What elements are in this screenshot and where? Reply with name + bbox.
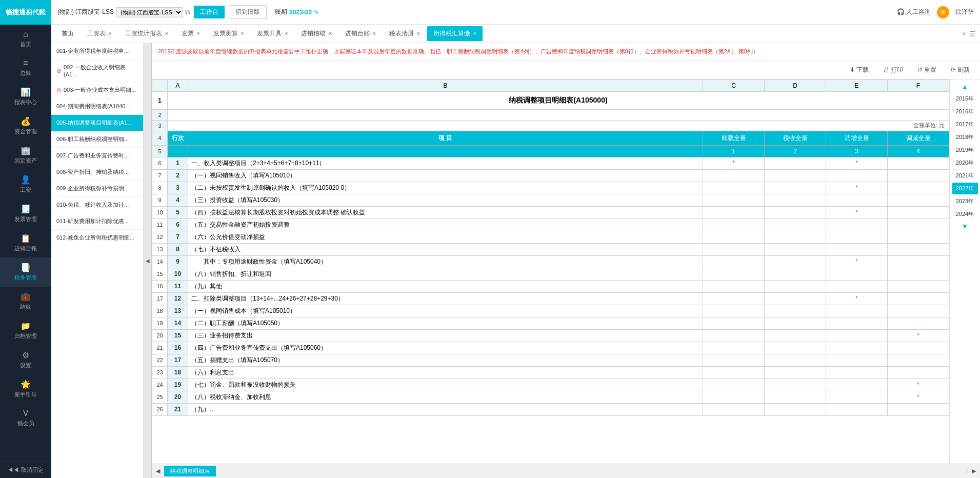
sidebar-item-archive[interactable]: 📁 归档管理 xyxy=(0,316,51,345)
print-button[interactable]: 🖨 打印 xyxy=(879,64,907,76)
spreadsheet-container[interactable]: A B C D E F 1 纳税调整项目明细表(A105000) xyxy=(152,79,949,464)
sidebar-item-assets[interactable]: 🏢 固定资产 xyxy=(0,141,51,170)
company-dropdown[interactable]: (物副) 江西股宝-LSS xyxy=(116,7,183,17)
reset-button[interactable]: ↺ 重置 xyxy=(913,64,941,76)
left-item-012[interactable]: 012-减免企业所得税优惠明细... xyxy=(51,230,143,246)
period-display: 账期 2023-02 ✎ xyxy=(275,8,319,16)
left-item-001[interactable]: 001-企业所得税年度纳税申... xyxy=(51,43,143,59)
tab-check-close[interactable]: × xyxy=(329,31,332,36)
pin-icon: ◀◀ xyxy=(8,467,19,473)
company-selector: (物副) 江西股宝-LSS (物副) 江西股宝-LSS ⧉ xyxy=(57,7,190,17)
assets-icon: 🏢 xyxy=(21,146,31,155)
sidebar-item-ledger[interactable]: ≡ 总账 xyxy=(0,53,51,82)
sidebar-item-close[interactable]: 💼 结账 xyxy=(0,287,51,316)
tab-home[interactable]: 首页 xyxy=(55,26,80,41)
headset-icon: 🎧 xyxy=(897,8,905,15)
bottom-bar: ◀ 纳税调整明细表 ⋮ ▶ xyxy=(152,464,980,478)
tab-invoice-close[interactable]: × xyxy=(197,31,200,36)
sidebar-item-finance[interactable]: 💰 资金管理 xyxy=(0,111,51,141)
year-item-2021[interactable]: 2021年 xyxy=(952,170,978,182)
left-panel: 001-企业所得税年度纳税申... ⊘ 002-一般企业收入明细表(A1... … xyxy=(51,43,144,478)
old-version-button[interactable]: 切到旧版 xyxy=(229,5,267,19)
period-label: 账期 xyxy=(275,8,287,16)
tab-ledger[interactable]: 进销台账 × xyxy=(339,26,382,41)
collapse-icon: ◀ xyxy=(146,258,150,264)
tab-menu[interactable]: ☰ xyxy=(969,30,976,38)
table-unit-row: 3 全额单位: 元 xyxy=(152,120,949,131)
left-item-011[interactable]: 011-研发费用加计扣除优惠... xyxy=(51,213,143,230)
tab-ledger-close[interactable]: × xyxy=(373,31,376,36)
refresh-button[interactable]: ⟳ 刷新 xyxy=(947,64,974,76)
year-item-2023[interactable]: 2023年 xyxy=(952,195,978,207)
left-item-002[interactable]: ⊘ 002-一般企业收入明细表(A1... xyxy=(51,59,143,82)
tab-close-all[interactable]: × xyxy=(962,30,966,38)
left-item-004[interactable]: 004-期间费用明细表(A1040... xyxy=(51,98,143,115)
table-row: 8 3 （二）未按权责发生制原则确认的收入（填写A105020 0） * xyxy=(152,182,949,194)
ledger-icon: ≡ xyxy=(23,58,28,68)
table-row: 13 8 （七）不征税收入 xyxy=(152,243,949,255)
table-row: 11 6 （五）交易性金融资产初始投资调整 xyxy=(152,218,949,231)
sidebar-item-sales[interactable]: 📋 进销台账 xyxy=(0,228,51,257)
year-nav-down[interactable]: ▼ xyxy=(961,221,970,231)
warn-icon-003: ⊘ xyxy=(56,87,62,94)
year-nav-up[interactable]: ▲ xyxy=(961,82,970,92)
tab-income-tax[interactable]: 所得税汇算缴 × xyxy=(427,26,483,41)
left-item-009[interactable]: 009-企业所得税弥补亏损明... xyxy=(51,181,143,197)
year-item-2020[interactable]: 2020年 xyxy=(952,157,978,169)
support-link[interactable]: 🎧 人工咨询 xyxy=(897,8,931,16)
sidebar-item-salary[interactable]: 👤 工资 xyxy=(0,170,51,199)
year-item-2017[interactable]: 2017年 xyxy=(952,118,978,130)
table-row: 21 16 （四）广告费和业务宣传费支出（填写A105060） xyxy=(152,342,949,354)
left-item-005[interactable]: 005-纳税调整项目明细表(A1... xyxy=(51,115,143,131)
tab-invoice-open[interactable]: 发票开具 × xyxy=(251,26,294,41)
year-item-2024[interactable]: 2024年 xyxy=(952,208,978,220)
tab-salary[interactable]: 工资表 × xyxy=(81,26,118,41)
salary-icon: 👤 xyxy=(21,175,31,185)
tab-income-tax-close[interactable]: × xyxy=(473,31,476,36)
tab-salary-report-label: 工资统计报表 xyxy=(125,29,162,38)
download-button[interactable]: ⬇ 下载 xyxy=(846,64,873,76)
sidebar-item-invoice[interactable]: 🧾 发票管理 xyxy=(0,199,51,228)
tab-tax-table[interactable]: 税表清册 × xyxy=(383,26,426,41)
tab-check-label: 进销稽核 xyxy=(301,29,326,38)
period-edit-icon[interactable]: ✎ xyxy=(314,9,319,16)
scroll-left-icon[interactable]: ◀ xyxy=(156,468,160,474)
sidebar-item-reports[interactable]: 📊 报表中心 xyxy=(0,82,51,111)
workbench-button[interactable]: 工作台 xyxy=(194,6,225,18)
tab-salary-close[interactable]: × xyxy=(109,31,112,36)
collapse-panel-button[interactable]: ◀ xyxy=(144,43,152,478)
sidebar-item-home[interactable]: ⌂ 首页 xyxy=(0,25,51,53)
tab-invoice-calc[interactable]: 发票测算 × xyxy=(207,26,250,41)
left-item-008[interactable]: 008-资产折旧、摊销及纳税... xyxy=(51,164,143,181)
tab-invoice-calc-close[interactable]: × xyxy=(241,31,244,36)
tab-check[interactable]: 进销稽核 × xyxy=(295,26,338,41)
year-item-2018[interactable]: 2018年 xyxy=(952,131,978,143)
sidebar-item-guide[interactable]: 🌟 新手引导 xyxy=(0,374,51,404)
left-item-006[interactable]: 006-职工薪酬纳税调整明细... xyxy=(51,131,143,148)
sidebar-item-tax[interactable]: 📑 税务管理 xyxy=(0,257,51,287)
year-panel: ▲ 2015年 2016年 2017年 2018年 2019年 2020年 20… xyxy=(949,79,980,464)
left-item-007[interactable]: 007-广告费和业务宣传费时... xyxy=(51,148,143,164)
table-row: 16 11 （九）其他 xyxy=(152,280,949,292)
sidebar-item-settings[interactable]: ⚙ 设置 xyxy=(0,345,51,374)
tab-invoice-open-close[interactable]: × xyxy=(285,31,288,36)
scroll-right-icon[interactable]: ▶ xyxy=(972,468,976,474)
user-label[interactable]: 徐泽华 xyxy=(955,8,974,16)
year-item-2022[interactable]: 2022年 xyxy=(952,183,978,194)
tab-tax-table-close[interactable]: × xyxy=(417,31,420,36)
year-item-2016[interactable]: 2016年 xyxy=(952,106,978,117)
sidebar-item-member[interactable]: V 畅会员 xyxy=(0,404,51,432)
left-item-010[interactable]: 010-免税、减计收入及加计... xyxy=(51,197,143,213)
tab-invoice[interactable]: 发票 × xyxy=(175,26,206,41)
pin-button[interactable]: ◀◀ 取消固定 xyxy=(0,462,51,478)
tab-salary-report[interactable]: 工资统计报表 × xyxy=(119,26,174,41)
bottom-sheet-tab[interactable]: 纳税调整明细表 xyxy=(164,466,216,476)
bottom-dots-icon: ⋮ xyxy=(964,468,970,474)
table-row: 24 19 （七）罚金、罚款和被没收财物的损失 * xyxy=(152,379,949,391)
member-icon: V xyxy=(23,409,29,418)
year-item-2015[interactable]: 2015年 xyxy=(952,93,978,105)
year-item-2019[interactable]: 2019年 xyxy=(952,144,978,156)
tab-invoice-calc-label: 发票测算 xyxy=(213,29,238,38)
left-item-003[interactable]: ⊘ 003-一般企业成本支出明细... xyxy=(51,82,143,98)
tab-salary-report-close[interactable]: × xyxy=(165,31,168,36)
